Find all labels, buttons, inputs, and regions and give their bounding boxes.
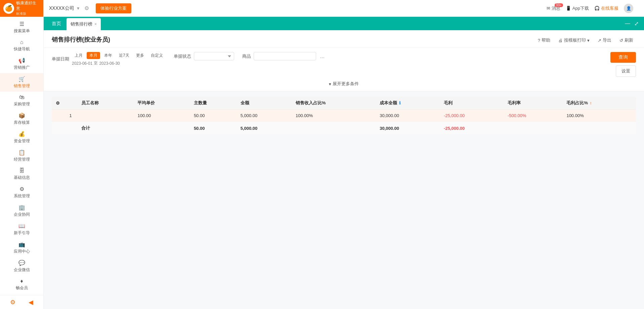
message-badge: 99+	[555, 3, 563, 7]
sidebar-item-label: 新手引导	[14, 230, 30, 236]
td-gross-ratio: 100.00%	[562, 110, 636, 122]
chevron-down-icon: ▾	[587, 38, 590, 43]
sidebar-item-label: 应用中心	[14, 249, 30, 254]
chevron-down-icon: ▼	[76, 6, 80, 11]
td-gross-rate: -500.00%	[504, 110, 562, 122]
this-month-btn[interactable]: 本月	[87, 52, 100, 59]
th-total-amount: 全额	[237, 97, 292, 110]
td-sales-ratio: 100.00%	[292, 110, 376, 122]
custom-btn[interactable]: 自定义	[148, 52, 166, 59]
tab-label: 销售排行榜	[71, 18, 92, 30]
goods-input[interactable]	[254, 52, 316, 60]
marketing-icon: 📢	[18, 57, 25, 64]
sales-icon: 🛒	[18, 76, 25, 82]
app-center-icon: 📺	[18, 241, 25, 248]
sidebar-item-guide[interactable]: 📖 新手引导	[0, 220, 43, 239]
table-head: ⚙ 员工名称 平均单价 主数量 全额 销售收入占比% 成本全额 ℹ 毛利 毛利率	[52, 97, 636, 110]
quick-date-row: 上月 本月 本年 近7天 更多 自定义	[72, 52, 166, 59]
topbar-service-btn[interactable]: 🎧 在线客服	[594, 5, 618, 11]
sidebar-item-label: 资金管理	[14, 138, 30, 144]
goods-more-btn[interactable]: ...	[319, 53, 326, 59]
maximize-icon[interactable]: ⤢	[634, 20, 639, 27]
status-filter-group: 单据状态	[174, 52, 234, 60]
tab-close-icon[interactable]: ×	[94, 18, 97, 30]
export-button[interactable]: ↗ 导出	[595, 36, 614, 45]
app-label: App下载	[572, 5, 589, 11]
collapse-sidebar-icon[interactable]: ◀	[29, 299, 33, 306]
finance-icon: 💰	[18, 131, 25, 137]
topbar-app-btn[interactable]: 📱 App下载	[566, 5, 589, 11]
purchase-icon: 🛍	[19, 94, 25, 100]
content-area: 销售排行榜(按业务员) ? 帮助 🖨 按模板打印 ▾ ↗ 导出	[44, 30, 644, 309]
last7-btn[interactable]: 近7天	[116, 52, 132, 59]
topbar-gear-icon[interactable]: ⚙	[84, 5, 89, 11]
table-body: 1 100.00 50.00 5,000.00 100.00% 30,000.0…	[52, 110, 636, 122]
logo-sub: 标准版	[16, 11, 40, 16]
search-order-icon: ☰	[19, 21, 24, 27]
logo-text-wrap: 畅康通好生意 标准版	[16, 1, 40, 16]
sidebar-item-app-center[interactable]: 📺 应用中心	[0, 239, 43, 257]
sidebar-item-purchase[interactable]: 🛍 采购管理	[0, 92, 43, 110]
th-rank	[64, 97, 77, 110]
sidebar-item-system[interactable]: ⚙ 系统管理	[0, 183, 43, 202]
th-settings[interactable]: ⚙	[52, 97, 64, 110]
sidebar-item-inventory[interactable]: 📦 库存核算	[0, 110, 43, 128]
sidebar-item-marketing[interactable]: 📢 营销推广	[0, 55, 43, 73]
system-icon: ⚙	[19, 186, 24, 192]
status-select-wrap	[194, 52, 234, 60]
sidebar-item-sales[interactable]: 🛒 销售管理	[0, 73, 43, 92]
goods-label: 商品	[242, 53, 251, 59]
sidebar: 🍊 畅康通好生意 标准版 ☰ 搜索菜单 ⌂ 快捷导航 📢 营销推广 🛒 销售管理…	[0, 0, 44, 309]
tabbar-right: — ⤢	[625, 20, 644, 27]
tfoot-label: 合计	[77, 122, 133, 135]
tab-sales-ranking[interactable]: 销售排行榜 ×	[67, 18, 101, 30]
topbar-message-btn[interactable]: ✉ 消息 99+	[547, 5, 560, 11]
sidebar-item-label: 销售管理	[14, 83, 30, 89]
company-name: XXXXX公司	[49, 5, 74, 11]
sidebar-item-label: 基础信息	[14, 175, 30, 181]
refresh-button[interactable]: ↺ 刷新	[617, 36, 636, 45]
sidebar-item-enterprise[interactable]: 🏢 企业协同	[0, 202, 43, 220]
help-button[interactable]: ? 帮助	[535, 36, 553, 45]
td-settings	[52, 110, 64, 122]
td-total-amount: 5,000.00	[237, 110, 292, 122]
sort-icon[interactable]: ↕	[590, 101, 592, 105]
sidebar-footer: ⚙ ◀	[0, 295, 43, 309]
minimize-icon[interactable]: —	[625, 20, 630, 27]
sidebar-item-member[interactable]: ♦ 畅会员	[0, 275, 43, 294]
settings-footer-icon[interactable]: ⚙	[10, 299, 15, 306]
expand-more-row: ▾ 展开更多条件	[52, 77, 636, 91]
sidebar-item-finance[interactable]: 💰 资金管理	[0, 128, 43, 147]
this-year-btn[interactable]: 本年	[101, 52, 115, 59]
tabbar: 首页 销售排行榜 × — ⤢	[44, 17, 644, 30]
last-month-btn[interactable]: 上月	[72, 52, 85, 59]
th-employee: 员工名称	[77, 97, 133, 110]
query-button[interactable]: 查询	[610, 52, 636, 63]
td-avg-price: 100.00	[133, 110, 189, 122]
td-employee	[77, 110, 133, 122]
company-selector[interactable]: XXXXX公司 ▼	[49, 5, 80, 11]
tfoot-settings	[52, 122, 64, 135]
member-icon: ♦	[20, 278, 23, 284]
more-btn[interactable]: 更多	[133, 52, 147, 59]
th-main-qty: 主数量	[190, 97, 237, 110]
sidebar-item-search-order[interactable]: ☰ 搜索菜单	[0, 18, 43, 37]
sidebar-item-operations[interactable]: 📋 经营管理	[0, 147, 43, 165]
td-main-qty: 50.00	[190, 110, 237, 122]
sidebar-item-wechat[interactable]: 💬 企业微信	[0, 257, 43, 275]
th-gross-ratio: 毛利占比% ↕	[562, 97, 636, 110]
tfoot-cost-amount: 30,000.00	[376, 122, 440, 135]
expand-more-btn[interactable]: ▾ 展开更多条件	[325, 80, 363, 88]
tab-home[interactable]: 首页	[46, 17, 67, 30]
page-header: 销售排行榜(按业务员) ? 帮助 🖨 按模板打印 ▾ ↗ 导出	[44, 30, 644, 48]
template-print-button[interactable]: 🖨 按模板打印 ▾	[556, 36, 592, 45]
status-select[interactable]	[194, 52, 234, 60]
sidebar-item-label: 搜索菜单	[14, 28, 30, 34]
sidebar-item-basic-info[interactable]: 🗄 基础信息	[0, 165, 43, 183]
trial-button[interactable]: 体验行业方案	[96, 3, 131, 13]
filter-settings-button[interactable]: 设置	[616, 65, 636, 77]
logo-icon: 🍊	[3, 3, 14, 14]
avatar[interactable]: 👤	[624, 4, 633, 13]
sidebar-item-quick-nav[interactable]: ⌂ 快捷导航	[0, 37, 43, 55]
topbar-right: ✉ 消息 99+ 📱 App下载 🎧 在线客服 👤	[547, 4, 639, 13]
